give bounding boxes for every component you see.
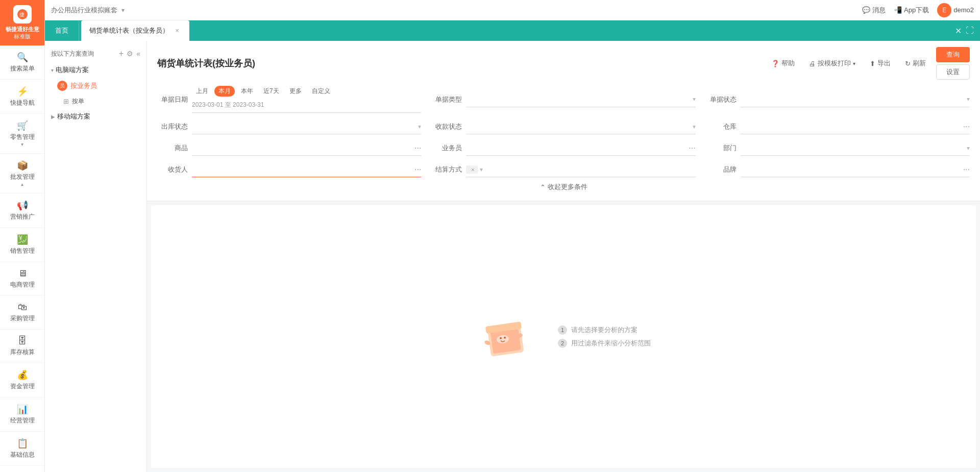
collapse-btn[interactable]: ⌃ 收起更多条件: [157, 179, 970, 195]
sidebar-item-finance[interactable]: 💰 资金管理: [0, 363, 44, 397]
sidebar-item-search[interactable]: 🔍 搜索菜单: [0, 45, 44, 80]
sub-item-byorder[interactable]: ⊞ 按单: [49, 94, 142, 109]
sidebar-item-inventory[interactable]: 🗄 库存核算: [0, 329, 44, 363]
goods-control[interactable]: ···: [192, 140, 421, 156]
warehouse-label: 仓库: [706, 122, 737, 131]
date-tab-thisyear[interactable]: 本年: [237, 86, 257, 97]
date-tab-custom[interactable]: 自定义: [308, 86, 334, 97]
recipient-dots[interactable]: ···: [414, 165, 421, 174]
date-tab-more[interactable]: 更多: [285, 86, 306, 97]
doctype-control[interactable]: [466, 92, 695, 107]
help-btn[interactable]: ❓ 帮助: [767, 57, 799, 70]
receiptstatus-control[interactable]: [466, 119, 695, 134]
main-area: 办公用品行业模拟账套 ▾ 💬 消息 📲 App下载 E demo2 首页: [45, 0, 980, 472]
docstatus-control[interactable]: [741, 92, 970, 107]
topbar-selector-label[interactable]: 办公用品行业模拟账套: [51, 6, 117, 15]
empty-state: 1 请先选择要分析的方案 2 用过滤条件来缩小分析范围: [151, 205, 976, 468]
warehouse-dots[interactable]: ···: [963, 122, 970, 131]
settings-btn[interactable]: 设置: [936, 64, 970, 80]
sidebar-item-ecommerce-label: 电商管理: [10, 280, 35, 289]
filter-cell-warehouse: 仓库 ···: [706, 119, 970, 134]
maximize-btn[interactable]: ⛶: [966, 26, 974, 35]
order-icon: ⊞: [63, 98, 69, 105]
filter-cell-recipient: 收货人 ···: [157, 162, 421, 177]
tab-home[interactable]: 首页: [45, 20, 79, 41]
filter-area: 单据日期 上月 本月 本年 近7天 更多 自定义: [157, 86, 970, 201]
filter-cell-settlement: 结算方式 ×: [431, 162, 695, 177]
add-scheme-btn[interactable]: +: [119, 49, 124, 58]
receiptstatus-arrow: [693, 123, 696, 130]
salesperson-dots[interactable]: ···: [689, 144, 695, 153]
doctype-arrow: [693, 96, 696, 103]
left-panel-header: 按以下方案查询 + ⚙ «: [45, 47, 146, 62]
sidebar-item-wholesale[interactable]: 📦 批发管理 ▴: [0, 154, 44, 194]
tabbar-actions: ✕ ⛶: [955, 26, 980, 36]
docstatus-label: 单据状态: [706, 95, 737, 104]
export-btn[interactable]: ⬆ 导出: [866, 57, 895, 70]
collapse-label: 收起更多条件: [548, 182, 587, 192]
sidebar-item-marketing[interactable]: 📢 营销推广: [0, 194, 44, 228]
sales-icon: 💹: [17, 234, 28, 245]
sidebar-item-ecommerce[interactable]: 🖥 电商管理: [0, 262, 44, 296]
brand-control[interactable]: ···: [741, 162, 970, 177]
sidebar-item-sales[interactable]: 💹 销售管理: [0, 228, 44, 262]
print-btn[interactable]: 🖨 按模板打印 ▾: [805, 57, 860, 70]
sidebar-item-system[interactable]: ⚙ 系统管理: [0, 466, 44, 472]
date-tab-lastmonth[interactable]: 上月: [192, 86, 212, 97]
sidebar-item-retail-label: 零售管理: [10, 133, 35, 141]
settlement-label: 结算方式: [431, 165, 462, 174]
date-tab-7days[interactable]: 近7天: [259, 86, 283, 97]
query-btn[interactable]: 查询: [936, 47, 970, 62]
app-download-btn[interactable]: 📲 App下载: [894, 6, 929, 15]
dept-control[interactable]: [741, 140, 970, 156]
app-name: 畅捷通好生意: [6, 26, 39, 33]
left-panel-actions: + ⚙ «: [119, 49, 140, 58]
outstatus-label: 出库状态: [157, 122, 188, 131]
svg-point-6: [500, 337, 502, 339]
tab-active[interactable]: 销货单统计表（按业务员） ×: [81, 20, 189, 41]
sidebar-item-purchase-label: 采购管理: [10, 314, 35, 323]
outstatus-arrow: [418, 123, 421, 130]
sidebar-item-retail[interactable]: 🛒 零售管理 ▾: [0, 114, 44, 154]
settlement-control[interactable]: ×: [466, 162, 695, 177]
sidebar-item-quicknav[interactable]: ⚡ 快捷导航: [0, 80, 44, 114]
desktop-scheme-group: ▾ 电脑端方案 员 按业务员 ⊞ 按单 ▶ 移动端方案: [45, 62, 146, 124]
user-menu[interactable]: E demo2: [937, 3, 974, 17]
sidebar-item-basic[interactable]: 📋 基础信息: [0, 432, 44, 466]
page-actions: ❓ 帮助 🖨 按模板打印 ▾ ⬆ 导出 ↻: [767, 47, 970, 80]
settlement-tag: ×: [466, 166, 477, 174]
tab-close-btn[interactable]: ×: [173, 27, 181, 35]
date-range-control[interactable]: 2023-03-01 至 2023-03-31: [192, 98, 421, 113]
tabbar: 首页 销货单统计表（按业务员） × ✕ ⛶: [45, 20, 980, 41]
refresh-btn[interactable]: ↻ 刷新: [901, 57, 930, 70]
scheme-item-salesperson-label: 按业务员: [70, 81, 97, 90]
filter-cell-salesperson: 业务员 ···: [431, 140, 695, 156]
app-logo[interactable]: 捷 畅捷通好生意 标准版: [0, 0, 45, 45]
outstatus-control[interactable]: [192, 119, 421, 134]
collapse-panel-btn[interactable]: «: [136, 50, 140, 58]
hint-2-num: 2: [558, 339, 567, 348]
brand-dots[interactable]: ···: [963, 165, 970, 174]
messages-btn[interactable]: 💬 消息: [862, 6, 886, 15]
recipient-control[interactable]: ···: [192, 162, 421, 177]
settings-scheme-btn[interactable]: ⚙: [127, 50, 133, 58]
mobile-scheme-title[interactable]: ▶ 移动端方案: [49, 109, 142, 124]
close-tab-btn[interactable]: ✕: [955, 26, 962, 36]
goods-label: 商品: [157, 144, 188, 153]
sidebar-item-operation[interactable]: 📊 经营管理: [0, 397, 44, 432]
settlement-tag-close[interactable]: ×: [471, 167, 474, 173]
warehouse-control[interactable]: ···: [741, 119, 970, 134]
date-tab-thismonth[interactable]: 本月: [214, 86, 235, 97]
sidebar-item-search-label: 搜索菜单: [10, 64, 35, 73]
wholesale-icon: 📦: [17, 160, 28, 171]
docstatus-arrow: [967, 96, 970, 103]
salesperson-control[interactable]: ···: [466, 140, 695, 156]
scheme-item-salesperson[interactable]: 员 按业务员: [49, 78, 142, 94]
topbar-dropdown-icon[interactable]: ▾: [121, 7, 125, 14]
mobile-scheme-label: 移动端方案: [57, 112, 90, 121]
desktop-scheme-arrow: ▾: [51, 67, 54, 73]
sidebar-item-purchase[interactable]: 🛍 采购管理: [0, 296, 44, 329]
desktop-scheme-title[interactable]: ▾ 电脑端方案: [49, 62, 142, 78]
goods-dots[interactable]: ···: [414, 144, 421, 153]
recipient-label: 收货人: [157, 165, 188, 174]
